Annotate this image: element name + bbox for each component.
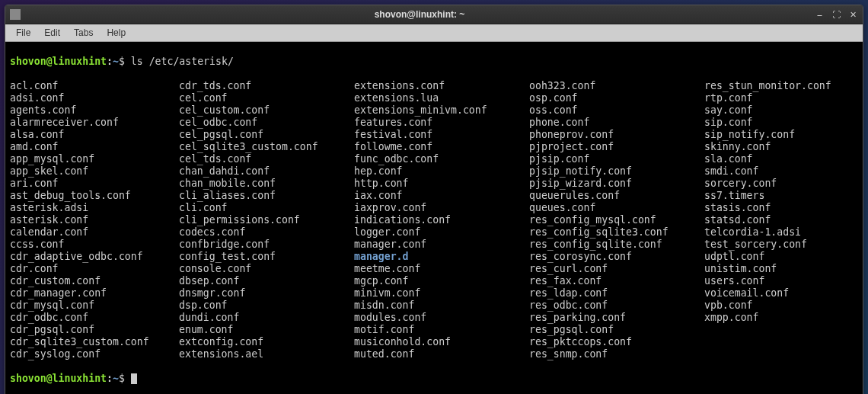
ls-file-entry: res_curl.conf xyxy=(529,263,704,275)
ls-file-entry: asterisk.adsi xyxy=(10,202,179,214)
ls-file-entry: extensions_minivm.conf xyxy=(354,104,529,117)
ls-file-entry: pjproject.conf xyxy=(529,141,704,153)
ls-file-entry: pjsip.conf xyxy=(529,153,704,165)
menu-tabs[interactable]: Tabs xyxy=(68,26,99,40)
menu-help[interactable]: Help xyxy=(101,26,132,40)
ls-file-entry: app_mysql.conf xyxy=(10,153,179,165)
ls-file-entry: users.conf xyxy=(704,275,858,287)
ls-file-entry: dsp.conf xyxy=(179,300,354,312)
ls-file-entry: func_odbc.conf xyxy=(354,153,529,165)
ls-file-entry: statsd.conf xyxy=(704,214,858,226)
ls-file-entry: hep.conf xyxy=(354,165,529,178)
ls-file-entry: ss7.timers xyxy=(704,190,858,202)
ls-file-entry: agents.conf xyxy=(10,104,179,117)
ls-file-entry: cdr_mysql.conf xyxy=(10,300,179,312)
ls-file-entry: cdr_manager.conf xyxy=(10,287,179,300)
ls-file-entry: voicemail.conf xyxy=(704,287,858,300)
ls-file-entry: cel_tds.conf xyxy=(179,153,354,165)
ls-file-entry: mgcp.conf xyxy=(354,275,529,287)
ls-file-entry: dbsep.conf xyxy=(179,275,354,287)
ls-file-entry: say.conf xyxy=(704,104,858,117)
ls-file-entry: amd.conf xyxy=(10,141,179,153)
window-title: shovon@linuxhint: ~ xyxy=(25,9,814,20)
ls-file-entry: cel_pgsql.conf xyxy=(179,129,354,141)
ls-file-entry: followme.conf xyxy=(354,141,529,153)
terminal-area[interactable]: shovon@linuxhint:~$ ls /etc/asterisk/ ac… xyxy=(5,42,863,394)
ls-file-entry: asterisk.conf xyxy=(10,214,179,226)
ls-file-entry: cdr_odbc.conf xyxy=(10,312,179,324)
prompt-line-2: shovon@linuxhint:~$ xyxy=(10,373,858,385)
ls-file-entry: unistim.conf xyxy=(704,263,858,275)
ls-file-entry: calendar.conf xyxy=(10,226,179,239)
ls-col-3: extensions.confextensions.luaextensions_… xyxy=(354,80,529,360)
ls-file-entry: http.conf xyxy=(354,178,529,190)
ls-file-entry: cel_odbc.conf xyxy=(179,117,354,129)
minimize-button[interactable]: ‒ xyxy=(814,9,825,20)
menu-file[interactable]: File xyxy=(10,26,37,40)
ls-col-2: cdr_tds.confcel.confcel_custom.confcel_o… xyxy=(179,80,354,360)
prompt-colon: : xyxy=(107,373,113,384)
ls-file-entry: cdr_syslog.conf xyxy=(10,348,179,360)
ls-file-entry: res_pktccops.conf xyxy=(529,336,704,348)
ls-file-entry: cli_permissions.conf xyxy=(179,214,354,226)
ls-file-entry: iaxprov.conf xyxy=(354,202,529,214)
ls-file-entry: minivm.conf xyxy=(354,287,529,300)
ls-file-entry: res_fax.conf xyxy=(529,275,704,287)
ls-file-entry: queues.conf xyxy=(529,202,704,214)
ls-col-5: res_stun_monitor.confrtp.confsay.confsip… xyxy=(704,80,858,360)
ls-file-entry: muted.conf xyxy=(354,348,529,360)
prompt-path: ~ xyxy=(113,373,119,384)
close-button[interactable]: ✕ xyxy=(847,9,858,20)
ls-dir-entry: manager.d xyxy=(354,251,529,263)
ls-file-entry: config_test.conf xyxy=(179,251,354,263)
titlebar[interactable]: shovon@linuxhint: ~ ‒ ⛶ ✕ xyxy=(5,5,863,24)
menu-edit[interactable]: Edit xyxy=(38,26,66,40)
ls-file-entry: festival.conf xyxy=(354,129,529,141)
ls-file-entry: res_pgsql.conf xyxy=(529,324,704,336)
ls-file-entry: cdr.conf xyxy=(10,263,179,275)
window-controls: ‒ ⛶ ✕ xyxy=(814,9,858,20)
ls-file-entry: sla.conf xyxy=(704,153,858,165)
ls-file-entry: motif.conf xyxy=(354,324,529,336)
ls-file-entry: cdr_pgsql.conf xyxy=(10,324,179,336)
ls-file-entry: cdr_sqlite3_custom.conf xyxy=(10,336,179,348)
ls-file-entry: smdi.conf xyxy=(704,165,858,178)
ls-file-entry: acl.conf xyxy=(10,80,179,92)
ls-file-entry: pjsip_notify.conf xyxy=(529,165,704,178)
maximize-button[interactable]: ⛶ xyxy=(831,9,841,20)
ls-file-entry: skinny.conf xyxy=(704,141,858,153)
ls-file-entry: cdr_adaptive_odbc.conf xyxy=(10,251,179,263)
ls-file-entry: osp.conf xyxy=(529,92,704,104)
app-icon xyxy=(10,9,21,20)
ls-file-entry: sorcery.conf xyxy=(704,178,858,190)
ls-file-entry: extensions.lua xyxy=(354,92,529,104)
ls-file-entry: musiconhold.conf xyxy=(354,336,529,348)
command-text: ls /etc/asterisk/ xyxy=(131,56,234,67)
ls-file-entry: test_sorcery.conf xyxy=(704,239,858,251)
ls-file-entry: codecs.conf xyxy=(179,226,354,239)
ls-file-entry: dundi.conf xyxy=(179,312,354,324)
ls-output: acl.confadsi.confagents.confalarmreceive… xyxy=(10,80,858,360)
ls-file-entry: chan_mobile.conf xyxy=(179,178,354,190)
ls-file-entry: logger.conf xyxy=(354,226,529,239)
ls-file-entry: modules.conf xyxy=(354,312,529,324)
ls-col-4: ooh323.confosp.confoss.confphone.confpho… xyxy=(529,80,704,360)
ls-file-entry: res_config_sqlite.conf xyxy=(529,239,704,251)
ls-file-entry: misdn.conf xyxy=(354,300,529,312)
ls-file-entry: ooh323.conf xyxy=(529,80,704,92)
ls-file-entry: sip.conf xyxy=(704,117,858,129)
prompt-path: ~ xyxy=(113,56,119,67)
ls-file-entry: res_config_mysql.conf xyxy=(529,214,704,226)
ls-file-entry: confbridge.conf xyxy=(179,239,354,251)
ls-file-entry: cli_aliases.conf xyxy=(179,190,354,202)
ls-file-entry: vpb.conf xyxy=(704,300,858,312)
ls-file-entry: res_parking.conf xyxy=(529,312,704,324)
ls-file-entry: res_stun_monitor.conf xyxy=(704,80,858,92)
ls-file-entry: dnsmgr.conf xyxy=(179,287,354,300)
ls-file-entry: stasis.conf xyxy=(704,202,858,214)
ls-col-1: acl.confadsi.confagents.confalarmreceive… xyxy=(10,80,179,360)
ls-file-entry: pjsip_wizard.conf xyxy=(529,178,704,190)
ls-file-entry: xmpp.conf xyxy=(704,312,858,324)
ls-file-entry: alarmreceiver.conf xyxy=(10,117,179,129)
ls-file-entry: extconfig.conf xyxy=(179,336,354,348)
